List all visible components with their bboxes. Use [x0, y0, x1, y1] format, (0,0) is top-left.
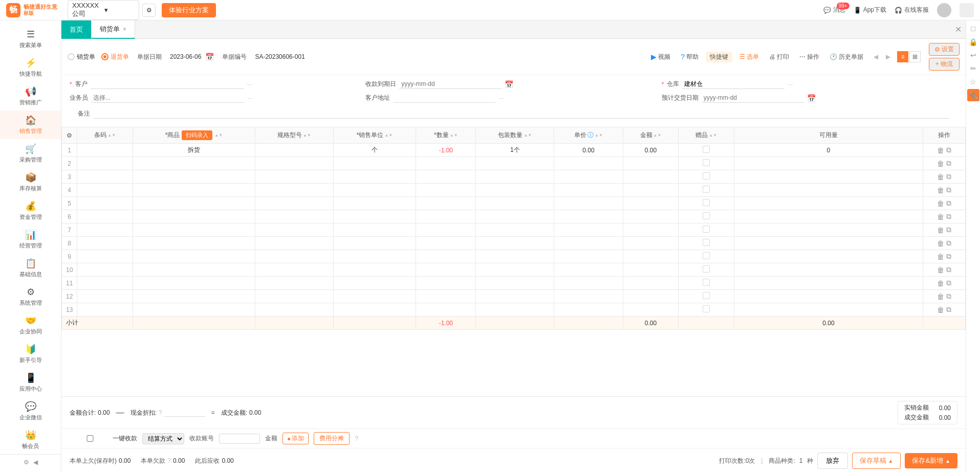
- cell-amount[interactable]: [623, 237, 679, 250]
- delete-row-icon[interactable]: 🗑: [937, 253, 944, 261]
- cell-spec[interactable]: [255, 170, 333, 184]
- copy-row-icon[interactable]: ⧉: [946, 159, 951, 168]
- cell-amount[interactable]: [623, 184, 679, 197]
- cell-unit[interactable]: [333, 237, 416, 250]
- cell-product[interactable]: [133, 184, 255, 197]
- cell-price[interactable]: [554, 303, 623, 317]
- cell-barcode[interactable]: [77, 263, 133, 277]
- cell-amount[interactable]: 0.00: [623, 144, 679, 157]
- delete-row-icon[interactable]: 🗑: [937, 186, 944, 194]
- sidebar-item-search[interactable]: ☰ 搜索菜单: [0, 25, 61, 53]
- cell-gift[interactable]: [679, 144, 734, 157]
- cell-product[interactable]: [133, 290, 255, 303]
- cell-spec[interactable]: [255, 184, 333, 197]
- due-date-calendar-icon[interactable]: 📅: [505, 80, 513, 88]
- sidebar-item-member[interactable]: 👑 畅会员: [0, 425, 61, 454]
- user-menu-icon[interactable]: [960, 3, 974, 17]
- cell-amount[interactable]: [623, 290, 679, 303]
- rt-edit-icon[interactable]: ✏: [967, 62, 979, 75]
- copy-row-icon[interactable]: ⧉: [946, 226, 951, 234]
- cell-amount[interactable]: [623, 263, 679, 277]
- sidebar-item-purchase[interactable]: 🛒 采购管理: [0, 139, 61, 168]
- cost-split-btn[interactable]: 费用分摊: [314, 432, 350, 445]
- delete-row-icon[interactable]: 🗑: [937, 266, 944, 274]
- cell-barcode[interactable]: [77, 144, 133, 157]
- rt-expand-icon[interactable]: □: [967, 22, 979, 35]
- discount-input[interactable]: [164, 409, 205, 417]
- price-info-icon[interactable]: ⓘ: [587, 131, 594, 140]
- gift-checkbox[interactable]: [703, 292, 710, 299]
- cell-unit[interactable]: [333, 210, 416, 223]
- settings-bottom-icon[interactable]: ⚙: [24, 459, 29, 466]
- cell-gift[interactable]: [679, 170, 734, 184]
- customer-dots[interactable]: ···: [247, 81, 252, 88]
- cell-product[interactable]: [133, 237, 255, 250]
- cell-unit[interactable]: [333, 157, 416, 170]
- cell-unit[interactable]: [333, 277, 416, 290]
- salesperson-dots[interactable]: ···: [248, 95, 253, 102]
- sidebar-item-quicknav[interactable]: ⚡ 快捷导航: [0, 53, 61, 82]
- cell-barcode[interactable]: [77, 277, 133, 290]
- sidebar-item-sales[interactable]: 🏠 销售管理: [0, 110, 61, 139]
- cell-amount[interactable]: [623, 197, 679, 210]
- online-service-btn[interactable]: 🎧 在线客服: [895, 6, 929, 14]
- gift-checkbox[interactable]: [703, 305, 710, 312]
- cell-unit[interactable]: [333, 170, 416, 184]
- gift-checkbox[interactable]: [703, 212, 710, 219]
- salesperson-input[interactable]: [91, 93, 245, 103]
- cell-packqty[interactable]: [476, 197, 554, 210]
- cell-packqty[interactable]: [476, 277, 554, 290]
- cell-packqty[interactable]: [476, 210, 554, 223]
- cell-gift[interactable]: [679, 263, 734, 277]
- cell-barcode[interactable]: [77, 157, 133, 170]
- cell-gift[interactable]: [679, 250, 734, 263]
- cell-qty[interactable]: [416, 157, 476, 170]
- copy-row-icon[interactable]: ⧉: [946, 279, 951, 287]
- cell-unit[interactable]: [333, 197, 416, 210]
- cell-product[interactable]: [133, 263, 255, 277]
- due-date-input[interactable]: [399, 79, 502, 89]
- cell-amount[interactable]: [623, 157, 679, 170]
- copy-row-icon[interactable]: ⧉: [946, 199, 951, 208]
- video-btn[interactable]: ▶ 视频: [648, 52, 673, 62]
- gift-checkbox[interactable]: [703, 186, 710, 193]
- copy-row-icon[interactable]: ⧉: [946, 186, 951, 194]
- cell-qty[interactable]: [416, 290, 476, 303]
- cell-spec[interactable]: [255, 157, 333, 170]
- delete-row-icon[interactable]: 🗑: [937, 160, 944, 168]
- cell-price[interactable]: [554, 223, 623, 237]
- cell-packqty[interactable]: [476, 184, 554, 197]
- delete-row-icon[interactable]: 🗑: [937, 279, 944, 287]
- copy-row-icon[interactable]: ⧉: [946, 305, 951, 314]
- discard-btn[interactable]: 放弃: [817, 453, 848, 469]
- delete-row-icon[interactable]: 🗑: [937, 199, 944, 208]
- expected-date-calendar-icon[interactable]: 📅: [807, 94, 816, 102]
- list-view-btn[interactable]: ≡: [897, 51, 908, 62]
- cell-barcode[interactable]: [77, 303, 133, 317]
- cell-packqty[interactable]: [476, 237, 554, 250]
- one-click-pay-check[interactable]: [70, 435, 111, 442]
- cell-price[interactable]: [554, 170, 623, 184]
- cell-gift[interactable]: [679, 290, 734, 303]
- next-btn[interactable]: ▶: [883, 52, 893, 62]
- sidebar-item-apps[interactable]: 📱 应用中心: [0, 368, 61, 397]
- cell-qty[interactable]: [416, 277, 476, 290]
- cell-packqty[interactable]: [476, 170, 554, 184]
- scan-button[interactable]: 扫码录入: [182, 130, 212, 140]
- rt-attach-icon[interactable]: 📎: [967, 89, 979, 101]
- cell-unit[interactable]: [333, 290, 416, 303]
- cell-gift[interactable]: [679, 210, 734, 223]
- cell-product[interactable]: [133, 277, 255, 290]
- collapse-icon[interactable]: ◀: [33, 459, 38, 466]
- cell-amount[interactable]: [623, 223, 679, 237]
- cell-gift[interactable]: [679, 157, 734, 170]
- cell-packqty[interactable]: 1个: [476, 144, 554, 157]
- copy-row-icon[interactable]: ⧉: [946, 265, 951, 274]
- customer-input[interactable]: [91, 79, 244, 89]
- cell-barcode[interactable]: [77, 170, 133, 184]
- message-btn[interactable]: 💬 消息 99+: [823, 6, 845, 14]
- cell-amount[interactable]: [623, 303, 679, 317]
- history-btn[interactable]: 🕐 历史单据: [826, 52, 866, 62]
- copy-row-icon[interactable]: ⧉: [946, 292, 951, 301]
- gift-checkbox[interactable]: [703, 279, 710, 286]
